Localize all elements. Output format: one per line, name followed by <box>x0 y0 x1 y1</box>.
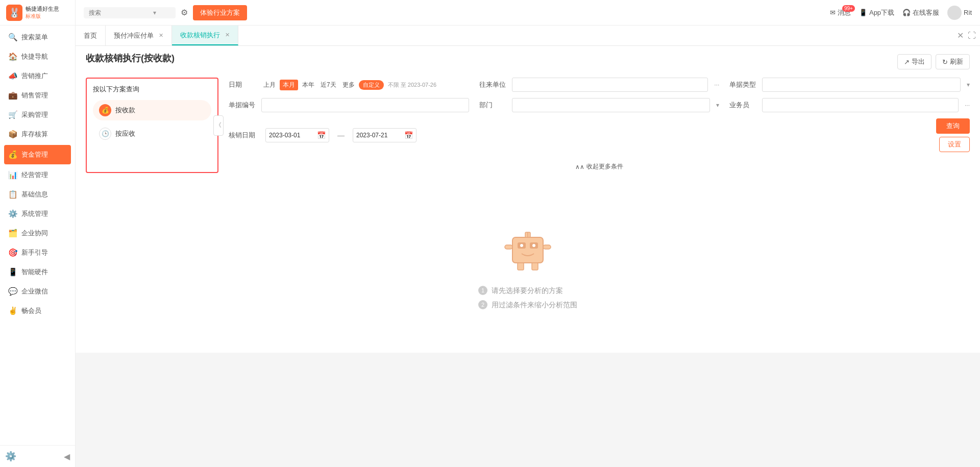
tab-receipt-offset[interactable]: 收款核销执行 ✕ <box>172 26 238 45</box>
date-label: 日期 <box>229 80 257 89</box>
sidebar-item-quick-nav[interactable]: 🏠 快捷导航 <box>0 47 75 66</box>
bill-number-input[interactable] <box>261 98 469 112</box>
counterparty-more-icon[interactable]: ··· <box>714 81 719 88</box>
counterparty-filter-row: 往来单位 ··· <box>479 78 720 92</box>
date-note: 不限 至 2023-07-26 <box>388 81 436 89</box>
filter-by-receipt[interactable]: 💰 按收款 <box>93 100 211 120</box>
logo-text: 畅捷通好生意 <box>26 5 59 12</box>
collapse-more-button[interactable]: ∧∧ 收起更多条件 <box>229 160 970 173</box>
sidebar-item-inventory[interactable]: 📦 库存核算 <box>0 125 75 144</box>
tab-receipt-close-icon[interactable]: ✕ <box>225 32 230 38</box>
sidebar-item-basic-info[interactable]: 📋 基础信息 <box>0 185 75 204</box>
bill-type-filter-row: 单据类型 ▾ <box>729 78 970 92</box>
staff-label: 业务员 <box>729 101 758 110</box>
quick-nav-icon: 🏠 <box>8 52 17 61</box>
filter-collapse-button[interactable]: 《 <box>213 115 224 136</box>
department-chevron-icon: ▾ <box>716 102 719 109</box>
finance-icon: 💰 <box>8 150 17 159</box>
date-options: 上月 本月 本年 近7天 更多 自定义 不限 至 2023-07-26 <box>261 80 436 90</box>
counterparty-input[interactable] <box>512 78 708 92</box>
sidebar-item-smart-hw[interactable]: 📱 智能硬件 <box>0 262 75 282</box>
avatar <box>947 6 962 20</box>
sidebar-item-purchase[interactable]: 🛒 采购管理 <box>0 105 75 125</box>
refresh-button[interactable]: ↻ 刷新 <box>936 54 970 69</box>
sidebar-item-operation[interactable]: 📊 经营管理 <box>0 165 75 185</box>
filter-by-receivable[interactable]: 🕒 按应收 <box>93 124 211 144</box>
tab-bar-end: ✕ ⛶ <box>238 26 980 45</box>
export-icon: ↗ <box>904 58 910 66</box>
bill-type-select[interactable] <box>762 78 961 92</box>
date-start-calendar-icon[interactable]: 📅 <box>317 131 326 139</box>
export-button[interactable]: ↗ 导出 <box>897 54 932 69</box>
solution-button[interactable]: 体验行业方案 <box>193 5 247 20</box>
filter-row-2: 单据编号 部门 ▾ 业务员 ··· <box>229 98 970 112</box>
verify-date-label: 核销日期 <box>229 131 257 140</box>
svg-rect-7 <box>505 245 512 249</box>
empty-tip-2: 2 用过滤条件来缩小分析范围 <box>478 298 577 312</box>
bill-number-filter-row: 单据编号 <box>229 98 469 112</box>
date-end-calendar-icon[interactable]: 📅 <box>404 131 413 139</box>
sidebar-item-sales[interactable]: 💼 销售管理 <box>0 86 75 105</box>
department-select[interactable] <box>512 98 710 112</box>
basic-info-icon: 📋 <box>8 190 17 199</box>
date-custom[interactable]: 自定义 <box>359 80 384 90</box>
filter-area: 按以下方案查询 💰 按收款 🕒 按应收 《 <box>76 69 980 181</box>
date-more[interactable]: 更多 <box>340 80 357 90</box>
tab-bar: 首页 预付冲应付单 ✕ 收款核销执行 ✕ ✕ ⛶ <box>76 26 980 46</box>
header-actions: ✉ 消息 99+ 📱 App下载 🎧 在线客服 Rit <box>830 6 972 20</box>
verify-date-start-input[interactable] <box>269 132 315 139</box>
smart-hw-icon: 📱 <box>8 267 17 277</box>
user-menu[interactable]: Rit <box>947 6 972 20</box>
logo-area: 🐰 畅捷通好生意 标准版 <box>0 0 75 26</box>
tab-prepay-close-icon[interactable]: ✕ <box>159 32 163 39</box>
collapse-sidebar-icon[interactable]: ◀ <box>64 452 70 461</box>
wechat-icon: 💬 <box>8 287 17 296</box>
receipt-option-icon: 💰 <box>99 104 111 116</box>
system-icon: ⚙️ <box>8 209 17 218</box>
sidebar-item-finance[interactable]: 💰 资金管理 <box>4 145 71 164</box>
date-7days[interactable]: 近7天 <box>318 80 338 90</box>
date-this-month[interactable]: 本月 <box>280 80 298 90</box>
sidebar-item-member[interactable]: ✌️ 畅会员 <box>0 301 75 321</box>
sidebar: 🐰 畅捷通好生意 标准版 🔍 搜索菜单 🏠 快捷导航 📣 营销推广 💼 销售管理… <box>0 0 76 467</box>
expand-tab-icon[interactable]: ⛶ <box>968 31 976 40</box>
sidebar-item-guide[interactable]: 🎯 新手引导 <box>0 243 75 262</box>
header-search-area[interactable]: ▾ <box>84 7 176 18</box>
enterprise-icon: 🗂️ <box>8 229 17 238</box>
staff-filter-row: 业务员 ··· <box>729 98 970 112</box>
header-search-input[interactable] <box>89 9 150 16</box>
sidebar-item-marketing[interactable]: 📣 营销推广 <box>0 66 75 86</box>
collapse-up-icon: ∧∧ <box>575 163 584 170</box>
sidebar-bottom: ⚙️ ◀ <box>0 445 75 467</box>
date-this-year[interactable]: 本年 <box>300 80 316 90</box>
tab-prepay-offset[interactable]: 预付冲应付单 ✕ <box>106 26 172 45</box>
inventory-icon: 📦 <box>8 130 17 139</box>
svg-rect-0 <box>512 237 543 263</box>
app-download-button[interactable]: 📱 App下载 <box>859 8 894 17</box>
svg-point-4 <box>532 244 535 247</box>
staff-more-icon[interactable]: ··· <box>965 102 970 109</box>
sidebar-item-system[interactable]: ⚙️ 系统管理 <box>0 204 75 224</box>
filter-left-panel: 按以下方案查询 💰 按收款 🕒 按应收 《 <box>86 78 218 173</box>
staff-input[interactable] <box>762 98 959 112</box>
sidebar-item-enterprise[interactable]: 🗂️ 企业协同 <box>0 224 75 243</box>
logo-sub: 标准版 <box>26 13 59 20</box>
message-button[interactable]: ✉ 消息 99+ <box>830 8 851 17</box>
filter-settings-button[interactable]: 设置 <box>939 137 970 152</box>
logo-icon: 🐰 <box>6 5 22 21</box>
department-label: 部门 <box>479 101 508 110</box>
date-last-month[interactable]: 上月 <box>261 80 278 90</box>
verify-date-end-input[interactable] <box>356 132 402 139</box>
customer-service-button[interactable]: 🎧 在线客服 <box>902 8 939 17</box>
tab-home[interactable]: 首页 <box>76 26 106 45</box>
main-area: ▾ ⚙ 体验行业方案 ✉ 消息 99+ 📱 App下载 🎧 在线客服 Rit <box>76 0 980 467</box>
close-tab-icon[interactable]: ✕ <box>957 31 964 40</box>
settings-gear-icon[interactable]: ⚙ <box>181 8 188 17</box>
sidebar-item-wechat[interactable]: 💬 企业微信 <box>0 282 75 301</box>
marketing-icon: 📣 <box>8 71 17 81</box>
settings-icon[interactable]: ⚙️ <box>5 451 16 462</box>
date-filter-row: 日期 上月 本月 本年 近7天 更多 自定义 不限 至 2023-07-26 <box>229 80 469 90</box>
sidebar-item-search-menu[interactable]: 🔍 搜索菜单 <box>0 28 75 47</box>
search-menu-icon: 🔍 <box>8 33 17 42</box>
query-button[interactable]: 查询 <box>936 118 970 134</box>
